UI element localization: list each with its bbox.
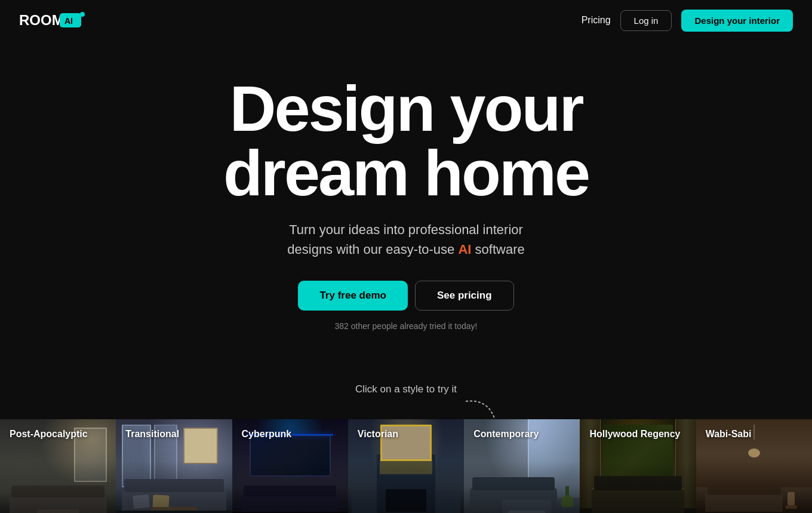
styles-hint: Click on a style to try it xyxy=(0,383,812,395)
hero-subtitle: Turn your ideas into professional interi… xyxy=(287,220,524,259)
style-card-label-transitional: Transitional xyxy=(125,429,179,440)
subtitle-post: software xyxy=(475,242,525,257)
svg-point-3 xyxy=(80,12,85,17)
svg-text:ROOM: ROOM xyxy=(19,12,64,28)
style-card-label-hollywood: Hollywood Regency xyxy=(589,429,680,440)
subtitle-mid: designs with our easy-to-use xyxy=(287,242,454,257)
styles-grid: Post-Apocalyptic Trans xyxy=(0,419,812,513)
design-interior-button[interactable]: Design your interior xyxy=(681,10,793,32)
nav-actions: Pricing Log in Design your interior xyxy=(582,10,793,32)
style-card-contemporary[interactable]: Contemporary xyxy=(464,419,580,513)
style-card-post-apocalyptic[interactable]: Post-Apocalyptic xyxy=(0,419,116,513)
hero-title-line1: Design your xyxy=(229,72,582,145)
styles-section: Click on a style to try it Post-Apocalyp… xyxy=(0,383,812,513)
hero-cta-buttons: Try free demo See pricing xyxy=(298,281,513,311)
subtitle-pre: Turn your ideas into professional interi… xyxy=(289,222,523,237)
try-demo-button[interactable]: Try free demo xyxy=(298,281,408,311)
style-card-wabi-sabi[interactable]: Wabi-Sabi xyxy=(696,419,812,513)
nav-pricing-link[interactable]: Pricing xyxy=(582,15,611,26)
style-card-cyberpunk[interactable]: Cyberpunk xyxy=(232,419,348,513)
logo[interactable]: ROOM AI xyxy=(19,10,85,31)
navbar: ROOM AI Pricing Log in Design your inter… xyxy=(0,0,812,41)
style-card-label-victorian: Victorian xyxy=(358,429,398,440)
style-card-label-wabi-sabi: Wabi-Sabi xyxy=(706,429,752,440)
style-card-victorian[interactable]: Victorian xyxy=(348,419,464,513)
see-pricing-button[interactable]: See pricing xyxy=(415,281,514,311)
logo-svg: ROOM AI xyxy=(19,10,85,31)
style-card-label-cyberpunk: Cyberpunk xyxy=(242,429,292,440)
style-card-hollywood[interactable]: Hollywood Regency xyxy=(580,419,696,513)
style-card-label-post-apocalyptic: Post-Apocalyptic xyxy=(10,429,88,440)
style-card-transitional[interactable]: Transitional xyxy=(116,419,232,513)
hero-title: Design your dream home xyxy=(223,76,589,205)
hero-title-line2: dream home xyxy=(223,137,589,209)
login-button[interactable]: Log in xyxy=(620,10,672,31)
svg-text:AI: AI xyxy=(64,16,73,26)
social-proof-text: 382 other people already tried it today! xyxy=(335,321,478,331)
subtitle-ai: AI xyxy=(458,242,471,257)
style-card-label-contemporary: Contemporary xyxy=(473,429,539,440)
hero-section: Design your dream home Turn your ideas i… xyxy=(0,41,812,383)
